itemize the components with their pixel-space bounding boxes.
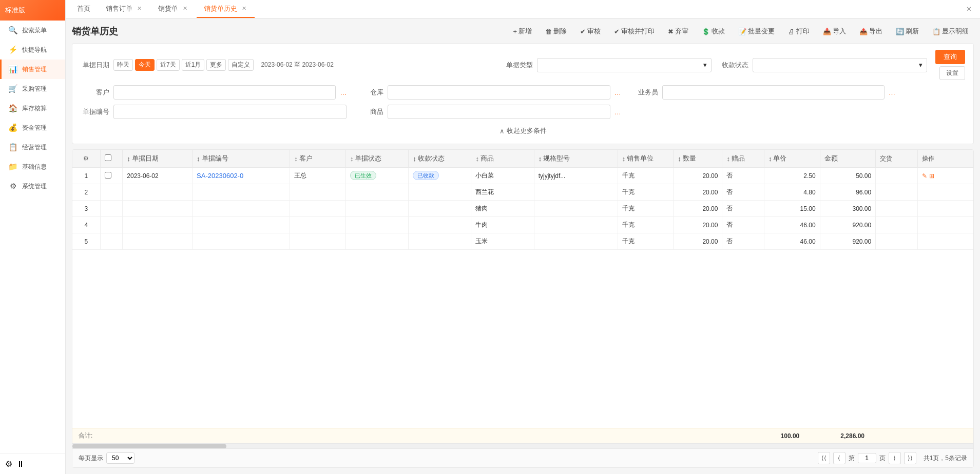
col-collect-status[interactable]: ↕收款状态 <box>409 150 471 168</box>
tab-close-sales-order[interactable]: ✕ <box>136 5 143 12</box>
col-price[interactable]: ↕单价 <box>764 150 820 168</box>
abandon-button[interactable]: ✖弃审 <box>663 25 694 38</box>
show-detail-button[interactable]: 📋显示明细 <box>927 25 974 38</box>
sidebar-item-purchase[interactable]: 🛒 采购管理 <box>0 79 65 98</box>
col-settings[interactable]: ⚙ <box>72 150 100 168</box>
batch-change-button[interactable]: 📝批量变更 <box>733 25 780 38</box>
warehouse-input[interactable] <box>388 85 610 100</box>
refresh-button[interactable]: 🔄刷新 <box>891 25 924 38</box>
page-prev-btn[interactable]: ⟨ <box>833 452 846 464</box>
cell-checkbox[interactable] <box>100 201 122 217</box>
col-spec[interactable]: ↕规格型号 <box>534 150 618 168</box>
table-row: 4 牛肉 千克 20.00 否 46.00 920.00 <box>72 217 973 233</box>
cell-qty: 20.00 <box>674 233 722 250</box>
cell-checkbox[interactable] <box>100 233 122 250</box>
page-first-btn[interactable]: ⟨⟨ <box>818 452 830 464</box>
date-7days-btn[interactable]: 近7天 <box>157 59 180 71</box>
audit-icon: ✔ <box>580 28 586 35</box>
table-wrap[interactable]: ⚙ ↕单据日期 ↕单据编号 ↕客户 ↕单据状态 ↕收款状态 ↕商品 ↕规格型号 … <box>72 150 973 428</box>
col-unit[interactable]: ↕销售单位 <box>618 150 674 168</box>
chevron-down-icon: ▾ <box>703 61 707 69</box>
col-customer[interactable]: ↕客户 <box>290 150 346 168</box>
row-edit-btn[interactable]: ✎ <box>922 172 927 180</box>
tab-close-sales-history[interactable]: ✕ <box>240 5 247 12</box>
goods-input[interactable] <box>388 105 610 119</box>
cell-seq: 4 <box>72 217 100 233</box>
pause-icon[interactable]: ⏸ <box>16 460 25 469</box>
cell-trade <box>876 201 918 217</box>
cell-checkbox[interactable] <box>100 217 122 233</box>
goods-dots-btn[interactable]: … <box>614 108 621 116</box>
horizontal-scrollbar[interactable] <box>72 443 973 448</box>
page-size-select[interactable]: 10 20 50 100 <box>106 452 134 464</box>
date-custom-btn[interactable]: 自定义 <box>228 59 254 71</box>
tab-sales-order[interactable]: 销售订单✕ <box>99 1 150 18</box>
sidebar-item-sales[interactable]: 📊 销售管理 <box>0 60 65 79</box>
customer-dots-btn[interactable]: … <box>340 89 347 96</box>
date-range-group: 昨天 今天 近7天 近1月 更多 自定义 <box>113 59 254 71</box>
sidebar-item-finance[interactable]: 💰 资金管理 <box>0 118 65 137</box>
print-button[interactable]: 🖨打印 <box>783 25 815 38</box>
sidebar-item-inventory[interactable]: 🏠 库存核算 <box>0 98 65 118</box>
cell-trade <box>876 184 918 201</box>
date-more-btn[interactable]: 更多 <box>206 59 226 71</box>
doc-no-link[interactable]: SA-20230602-0 <box>197 172 243 180</box>
page-last-btn[interactable]: ⟩⟩ <box>904 452 916 464</box>
new-button[interactable]: +新增 <box>508 25 537 38</box>
cell-qty: 20.00 <box>674 217 722 233</box>
sidebar-item-operation[interactable]: 📋 经营管理 <box>0 137 65 157</box>
tab-sales-history[interactable]: 销货单历史✕ <box>197 1 255 18</box>
doc-type-select[interactable]: ▾ <box>537 58 712 72</box>
cell-no: SA-20230602-0 <box>193 168 290 184</box>
select-all-checkbox[interactable] <box>105 154 111 161</box>
cell-checkbox[interactable] <box>100 184 122 201</box>
docno-input[interactable] <box>113 105 347 119</box>
delete-button[interactable]: 🗑删除 <box>540 25 572 38</box>
export-button[interactable]: 📤导出 <box>854 25 888 38</box>
salesperson-dots-btn[interactable]: … <box>889 89 895 96</box>
col-action: 操作 <box>917 150 973 168</box>
date-1month-btn[interactable]: 近1月 <box>182 59 205 71</box>
tab-sales-goods[interactable]: 销货单✕ <box>151 1 196 18</box>
col-no[interactable]: ↕单据编号 <box>193 150 290 168</box>
collect-status-select[interactable]: ▾ <box>753 58 927 72</box>
cell-amount: 920.00 <box>820 233 876 250</box>
query-button[interactable]: 查询 <box>935 50 965 64</box>
cell-unit: 千克 <box>618 233 674 250</box>
row-checkbox[interactable] <box>105 172 111 179</box>
page-next-btn[interactable]: ⟩ <box>889 452 901 464</box>
tab-home[interactable]: 首页 <box>70 1 98 18</box>
salesperson-input[interactable] <box>662 85 885 100</box>
cell-date <box>123 184 193 201</box>
sidebar-item-basic[interactable]: 📁 基础信息 <box>0 157 65 176</box>
tab-close-sales-goods[interactable]: ✕ <box>181 5 188 12</box>
col-amount[interactable]: 金额 <box>820 150 876 168</box>
cell-checkbox[interactable] <box>100 168 122 184</box>
filter-collect-status: 收款状态 ▾ <box>720 58 927 72</box>
page-num-input[interactable] <box>858 453 876 463</box>
collect-status-label: 收款状态 <box>720 61 748 70</box>
import-button[interactable]: 📥导入 <box>818 25 851 38</box>
scrollbar-thumb[interactable] <box>72 444 226 448</box>
date-today-btn[interactable]: 今天 <box>135 59 155 71</box>
audit-print-button[interactable]: ✔审核并打印 <box>609 25 660 38</box>
col-qty[interactable]: ↕数量 <box>674 150 722 168</box>
collapse-btn[interactable]: ∧ 收起更多条件 <box>493 125 553 136</box>
settings-button[interactable]: 设置 <box>939 66 965 80</box>
row-copy-btn[interactable]: ⊞ <box>929 172 934 180</box>
customer-input[interactable] <box>113 85 336 100</box>
col-doc-status[interactable]: ↕单据状态 <box>345 150 408 168</box>
gear-icon[interactable]: ⚙ <box>5 459 12 469</box>
sidebar-item-quick-nav[interactable]: ⚡ 快捷导航 <box>0 40 65 60</box>
import-icon: 📥 <box>823 28 831 35</box>
col-gift[interactable]: ↕赠品 <box>722 150 764 168</box>
warehouse-dots-btn[interactable]: … <box>614 89 621 96</box>
sidebar-item-system[interactable]: ⚙ 系统管理 <box>0 176 65 196</box>
col-date[interactable]: ↕单据日期 <box>123 150 193 168</box>
collect-button[interactable]: 💲收款 <box>697 25 730 38</box>
sidebar-item-search-menu[interactable]: 🔍 搜索菜单 <box>0 21 65 40</box>
date-yesterday-btn[interactable]: 昨天 <box>113 59 133 71</box>
tab-close-all[interactable]: ✕ <box>962 5 976 13</box>
col-goods[interactable]: ↕商品 <box>471 150 534 168</box>
audit-button[interactable]: ✔审核 <box>575 25 606 38</box>
